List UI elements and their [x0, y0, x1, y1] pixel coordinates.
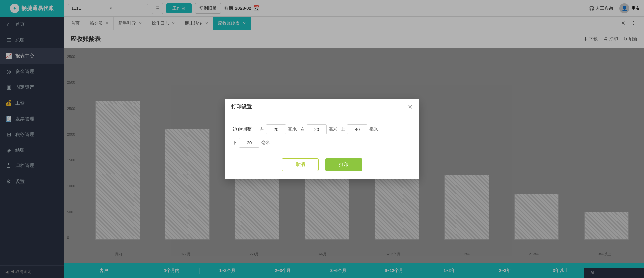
top-prefix: 上 [341, 126, 345, 132]
dialog-title: 打印设置 [231, 103, 252, 110]
top-margin-group: 上 毫米 [341, 124, 378, 134]
bottom-margin-input[interactable] [239, 138, 259, 148]
top-unit: 毫米 [369, 126, 378, 132]
right-prefix: 右 [300, 126, 305, 132]
right-margin-group: 右 毫米 [300, 124, 337, 134]
left-prefix: 左 [260, 126, 264, 132]
top-margin-input[interactable] [347, 124, 367, 134]
margin-adjustment-label: 边距调整： [233, 126, 256, 132]
dialog-footer: 取消 打印 [225, 154, 419, 179]
right-margin-input[interactable] [307, 124, 327, 134]
margin-row: 边距调整： 左 毫米 右 毫米 上 毫米 下 [233, 124, 411, 148]
bottom-prefix: 下 [233, 140, 237, 146]
dialog-body: 边距调整： 左 毫米 右 毫米 上 毫米 下 [225, 115, 419, 154]
cancel-button[interactable]: 取消 [282, 158, 319, 171]
dialog-header: 打印设置 ✕ [225, 99, 419, 115]
confirm-print-button[interactable]: 打印 [325, 158, 362, 171]
left-unit: 毫米 [288, 126, 297, 132]
dialog-close-button[interactable]: ✕ [408, 104, 413, 110]
bottom-margin-group: 下 毫米 [233, 138, 270, 148]
right-unit: 毫米 [329, 126, 337, 132]
modal-overlay: 打印设置 ✕ 边距调整： 左 毫米 右 毫米 上 毫米 [0, 0, 644, 278]
left-margin-group: 左 毫米 [260, 124, 297, 134]
print-settings-dialog: 打印设置 ✕ 边距调整： 左 毫米 右 毫米 上 毫米 [225, 99, 419, 179]
left-margin-input[interactable] [266, 124, 286, 134]
bottom-unit: 毫米 [261, 140, 270, 146]
